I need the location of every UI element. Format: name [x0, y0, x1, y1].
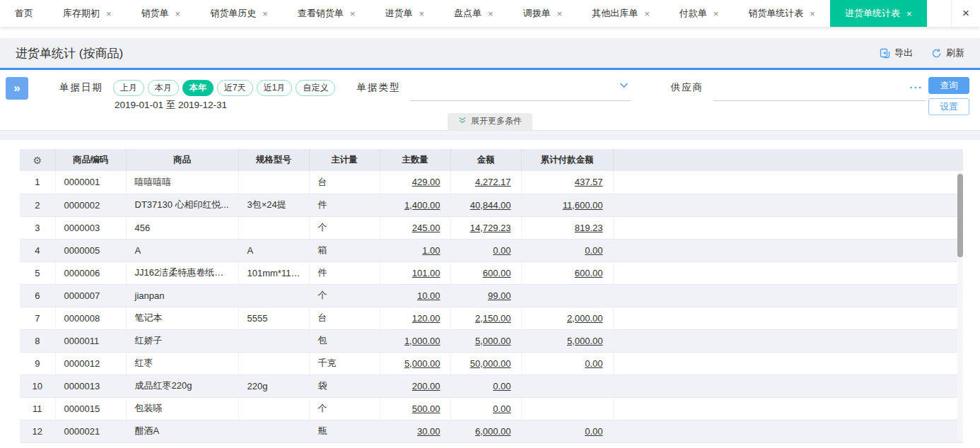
cell-product-name: 包装嗏 [126, 397, 238, 420]
cell-paid-amount [521, 284, 613, 307]
table-scrollbar[interactable] [957, 172, 963, 440]
cell-amount-link[interactable]: 0.00 [493, 381, 511, 391]
column-header[interactable]: 金额 [450, 149, 521, 171]
cell-filler [613, 375, 963, 397]
cell-amount: 0.00 [450, 239, 521, 261]
tab-item[interactable]: 查看销货单× [283, 0, 371, 27]
cell-product-code: 0000006 [55, 261, 126, 284]
cell-paid-amount-link[interactable]: 0.00 [585, 426, 602, 437]
cell-quantity-link[interactable]: 200.00 [412, 381, 441, 391]
tab-close-icon[interactable]: × [488, 9, 494, 18]
tab-item[interactable]: 库存期初× [48, 0, 127, 27]
cell-amount-link[interactable]: 4,272.17 [475, 177, 511, 187]
column-header[interactable]: 主数量 [380, 149, 450, 171]
column-header[interactable]: 主计量 [309, 149, 380, 171]
cell-amount-link[interactable]: 40,844.00 [470, 200, 511, 211]
cell-paid-amount: 5,000.00 [521, 329, 613, 352]
column-settings-button[interactable]: ⚙ [20, 149, 55, 171]
tab-item[interactable]: 进货单× [370, 0, 439, 27]
cell-product-code: 0000021 [55, 420, 126, 442]
tab-close-icon[interactable]: × [175, 9, 181, 18]
cell-quantity-link[interactable]: 245.00 [412, 223, 441, 233]
cell-quantity-link[interactable]: 10.00 [417, 290, 441, 301]
supplier-input[interactable]: ... [713, 77, 926, 101]
close-all-tabs-button[interactable]: × [951, 0, 980, 27]
tab-close-icon[interactable]: × [350, 9, 356, 18]
cell-paid-amount-link[interactable]: 0.00 [585, 358, 602, 369]
date-preset-pill[interactable]: 近1月 [257, 80, 293, 96]
cell-paid-amount-link[interactable]: 0.00 [585, 245, 602, 256]
cell-amount-link[interactable]: 99.00 [488, 290, 511, 301]
cell-quantity-link[interactable]: 101.00 [412, 268, 441, 278]
cell-paid-amount-link[interactable]: 2,000.00 [567, 313, 603, 324]
tab-item[interactable]: 销货单统计表× [733, 0, 830, 27]
date-preset-pill[interactable]: 近7天 [217, 80, 253, 96]
tab-close-icon[interactable]: × [419, 9, 424, 18]
doc-type-select[interactable] [410, 77, 631, 101]
cell-quantity-link[interactable]: 429.00 [412, 177, 441, 187]
refresh-button[interactable]: 刷新 [931, 47, 964, 59]
more-options-icon[interactable]: ... [909, 78, 923, 90]
date-preset-pill[interactable]: 上月 [113, 80, 144, 96]
cell-quantity-link[interactable]: 1.00 [422, 245, 440, 256]
tab-close-icon[interactable]: × [106, 9, 112, 18]
column-header[interactable]: 商品 [126, 149, 238, 171]
cell-paid-amount-link[interactable]: 819.23 [575, 223, 603, 233]
tab-item[interactable]: 销货单× [127, 0, 196, 27]
cell-amount-link[interactable]: 14,729.23 [470, 223, 511, 233]
tab-item[interactable]: 盘点单× [439, 0, 508, 27]
tab-close-icon[interactable]: × [810, 9, 815, 18]
tab-item[interactable]: 进货单统计表× [830, 0, 927, 27]
cell-paid-amount-link[interactable]: 437.57 [575, 177, 603, 187]
cell-amount-link[interactable]: 5,000.00 [475, 336, 511, 346]
tab-close-icon[interactable]: × [906, 9, 912, 18]
tab-close-icon[interactable]: × [557, 9, 563, 18]
row-index: 3 [20, 216, 55, 239]
tab-item[interactable]: 付款单× [665, 0, 734, 27]
tab-item[interactable]: 其他出库单× [577, 0, 665, 27]
tab-label: 调拨单 [523, 7, 551, 20]
cell-quantity-link[interactable]: 120.00 [412, 313, 441, 324]
cell-quantity-link[interactable]: 1,000.00 [404, 336, 441, 346]
cell-amount-link[interactable]: 0.00 [493, 403, 511, 414]
table-row: 40000005AA箱1.000.000.00 [20, 239, 963, 261]
tab-item[interactable]: 销货单历史× [195, 0, 283, 27]
cell-amount-link[interactable]: 6,000.00 [475, 426, 511, 437]
column-header[interactable]: 商品编码 [55, 149, 126, 171]
tab-close-icon[interactable]: × [713, 9, 719, 18]
tab-item[interactable]: 调拨单× [508, 0, 578, 27]
date-range-value[interactable]: 2019-01-01 至 2019-12-31 [115, 99, 335, 112]
cell-quantity-link[interactable]: 30.00 [417, 426, 441, 437]
settings-button[interactable]: 设置 [928, 98, 969, 115]
cell-quantity-link[interactable]: 5,000.00 [404, 358, 441, 369]
column-header[interactable]: 累计付款金额 [521, 149, 613, 171]
scrollbar-thumb[interactable] [957, 174, 963, 257]
cell-amount-link[interactable]: 600.00 [483, 268, 511, 278]
tab-close-icon[interactable]: × [644, 9, 650, 18]
column-header[interactable]: 规格型号 [238, 149, 309, 171]
cell-paid-amount-link[interactable]: 5,000.00 [567, 336, 603, 346]
cell-paid-amount-link[interactable]: 600.00 [575, 268, 603, 278]
cell-amount-link[interactable]: 50,000.00 [470, 358, 511, 369]
date-preset-pill[interactable]: 本月 [148, 80, 179, 96]
tab-close-icon[interactable]: × [262, 9, 268, 18]
expand-more-conditions-button[interactable]: 展开更多条件 [448, 113, 532, 130]
cell-product-name: A [126, 239, 238, 261]
cell-quantity-link[interactable]: 1,400.00 [404, 200, 441, 211]
collapse-filter-button[interactable]: » [6, 77, 28, 100]
cell-quantity-link[interactable]: 500.00 [412, 403, 441, 414]
tab-label: 进货单统计表 [845, 7, 900, 20]
date-preset-pill[interactable]: 自定义 [296, 80, 335, 96]
cell-paid-amount-link[interactable]: 11,600.00 [563, 200, 603, 211]
table-row: 120000021酣酒A瓶30.006,000.000.00 [20, 420, 963, 442]
cell-spec: 220g [238, 375, 309, 397]
export-button[interactable]: 导出 [880, 47, 913, 59]
cell-unit: 个 [309, 284, 380, 307]
cell-amount-link[interactable]: 2,150.00 [475, 313, 511, 324]
cell-amount-link[interactable]: 0.00 [493, 245, 511, 256]
query-button[interactable]: 查询 [928, 77, 969, 94]
tab-item[interactable]: 首页 [0, 0, 48, 27]
date-preset-pill[interactable]: 本年 [182, 80, 214, 96]
supplier-filter-group: 供应商 ... [670, 77, 926, 101]
cell-product-code: 0000015 [55, 397, 126, 420]
